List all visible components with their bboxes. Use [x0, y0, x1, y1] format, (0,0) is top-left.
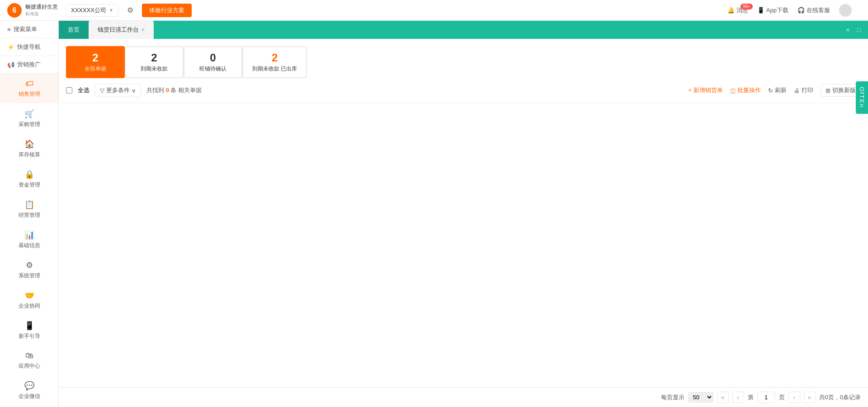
filter-arrow-icon: ∨: [132, 87, 136, 94]
stat-card-pending[interactable]: 0 旺铺待确认: [184, 46, 242, 78]
next-page-button[interactable]: ›: [788, 392, 800, 403]
sidebar-quick-nav[interactable]: ⚡ 快捷导航: [0, 38, 58, 56]
sidebar-item-basic[interactable]: 📊 基础信息: [0, 225, 58, 255]
download-icon: 📱: [757, 7, 764, 14]
filter-button[interactable]: ▽ 更多条件 ∨: [95, 84, 141, 97]
tab-workbench-label: 钱货日清工作台: [98, 26, 139, 34]
tab-expand-btns: × □: [844, 24, 868, 35]
stat-card-overdue[interactable]: 2 到期未收款: [125, 46, 184, 78]
sidebar-item-purchase[interactable]: 🛒 采购管理: [0, 103, 58, 134]
sidebar-item-label: 应用中心: [19, 362, 40, 370]
online-service-button[interactable]: 🎧 在线客服: [797, 6, 830, 14]
last-page-icon: »: [808, 394, 811, 401]
gear-icon: ⚙: [127, 6, 133, 14]
sidebar-item-label: 企业微信: [19, 393, 40, 400]
search-menu-label: 搜索菜单: [14, 25, 37, 33]
switch-icon: ⊞: [826, 87, 830, 94]
messages-button[interactable]: 🔔 消息 99+: [727, 6, 748, 14]
stat-card-all[interactable]: 2 全部单据: [66, 46, 125, 78]
online-service-label: 在线客服: [807, 6, 830, 14]
top-header: 6 畅捷通好生意 标准版 XXXXXX公司 ▼ ⚙ 体验行业方案 🔔 消息 99…: [0, 0, 868, 21]
sidebar-item-operation[interactable]: 📋 经营管理: [0, 194, 58, 225]
refresh-button[interactable]: ↻ 刷新: [768, 86, 787, 94]
stat-label-all: 全部单据: [76, 65, 115, 73]
footer-pagination: 每页显示 50 10 20 100 « ‹ 第 页: [59, 387, 868, 407]
quick-nav-label: 快捷导航: [17, 43, 41, 51]
quick-nav-icon: ⚡: [7, 44, 14, 51]
sidebar-item-label: 库存核算: [19, 151, 40, 159]
tab-workbench[interactable]: 钱货日清工作台 ×: [89, 21, 154, 39]
sidebar-item-sales[interactable]: 🏷 销售管理: [0, 74, 58, 103]
batch-label: 批量操作: [737, 86, 761, 94]
guide-icon: 📱: [24, 321, 34, 331]
sidebar-item-apps[interactable]: 🛍 应用中心: [0, 346, 58, 375]
company-name: XXXXXX公司: [71, 6, 106, 14]
page-size-label: 每页显示: [661, 393, 684, 402]
new-sales-order-button[interactable]: + 新增销货单: [689, 86, 723, 94]
tab-bar: 首页 钱货日清工作台 × × □: [59, 21, 868, 39]
search-menu-icon: ≡: [7, 26, 11, 33]
sidebar-item-inventory[interactable]: 🏠 库存核算: [0, 134, 58, 164]
main-layout: ≡ 搜索菜单 ⚡ 快捷导航 📢 营销推广 🏷 销售管理 🛒 采购管理 🏠 库存核…: [0, 21, 868, 407]
purchase-icon: 🛒: [24, 109, 34, 119]
tab-home-label: 首页: [68, 26, 80, 34]
total-records: 共0页，0条记录: [819, 393, 861, 402]
tab-home[interactable]: 首页: [59, 21, 89, 39]
stat-card-overdue-shipped[interactable]: 2 到期未收款 已出库: [242, 46, 307, 78]
operation-icon: 📋: [24, 200, 34, 210]
next-page-icon: ›: [793, 394, 795, 401]
stats-row: 2 全部单据 2 到期未收款 0 旺铺待确认 2 到期未收款 已出库: [59, 39, 868, 78]
table-area: [59, 103, 868, 387]
app-download-label: App下载: [766, 6, 788, 14]
switch-version-button[interactable]: ⊞ 切换新版: [821, 84, 861, 97]
page-number-input[interactable]: [757, 392, 775, 403]
often-tag[interactable]: OfTEn: [856, 81, 868, 114]
batch-operations-button[interactable]: ◫ 批量操作: [730, 86, 761, 94]
sidebar-item-label: 新手引导: [19, 332, 40, 340]
close-tab-icon[interactable]: ×: [142, 27, 145, 33]
batch-icon: ◫: [730, 87, 736, 94]
sidebar-item-guide[interactable]: 📱 新手引导: [0, 315, 58, 346]
sidebar-marketing[interactable]: 📢 营销推广: [0, 56, 58, 74]
print-icon: 🖨: [794, 87, 800, 94]
first-page-button[interactable]: «: [717, 392, 729, 403]
cooperation-icon: 🤝: [24, 290, 34, 300]
apps-icon: 🛍: [25, 351, 33, 360]
logo-text: 畅捷通好生意 标准版: [25, 4, 58, 17]
inner-content: 2 全部单据 2 到期未收款 0 旺铺待确认 2 到期未收款 已出库: [59, 39, 868, 407]
switch-label: 切换新版: [832, 86, 856, 94]
sidebar-search-menu[interactable]: ≡ 搜索菜单: [0, 21, 58, 38]
refresh-label: 刷新: [775, 86, 787, 94]
found-count: 0: [166, 87, 169, 94]
toolbar: 全选 ▽ 更多条件 ∨ 共找到 0 条 相关单据 + 新增销货单: [59, 78, 868, 103]
trial-button[interactable]: 体验行业方案: [142, 4, 192, 17]
last-page-button[interactable]: »: [804, 392, 816, 403]
print-button[interactable]: 🖨 打印: [794, 86, 813, 94]
sidebar-item-wechat[interactable]: 💬 企业微信: [0, 375, 58, 406]
sidebar-item-finance[interactable]: 🔒 资金管理: [0, 164, 58, 194]
expand-window-icon[interactable]: □: [855, 24, 863, 35]
company-selector[interactable]: XXXXXX公司 ▼: [66, 4, 118, 17]
page-size-select[interactable]: 50 10 20 100: [688, 392, 713, 402]
avatar[interactable]: [839, 4, 852, 17]
finance-icon: 🔒: [24, 169, 34, 179]
stat-count-pending: 0: [193, 51, 232, 64]
message-badge: 99+: [741, 4, 753, 9]
sidebar-item-label: 基础信息: [19, 242, 40, 249]
select-all-checkbox[interactable]: [66, 87, 72, 94]
close-window-icon[interactable]: ×: [844, 24, 851, 35]
sidebar-item-label: 采购管理: [19, 121, 40, 128]
sidebar-item-label: 系统管理: [19, 272, 40, 280]
basic-icon: 📊: [24, 230, 34, 240]
page-content: 2 全部单据 2 到期未收款 0 旺铺待确认 2 到期未收款 已出库: [59, 39, 868, 407]
stat-count-overdue-shipped: 2: [252, 51, 297, 64]
prev-page-button[interactable]: ‹: [732, 392, 744, 403]
settings-button[interactable]: ⚙: [123, 3, 137, 18]
sidebar-item-cooperation[interactable]: 🤝 企业协同: [0, 285, 58, 315]
filter-label: 更多条件: [106, 86, 130, 94]
wechat-icon: 💬: [24, 381, 34, 391]
sidebar-item-label: 经营管理: [19, 211, 40, 219]
sidebar-item-system[interactable]: ⚙ 系统管理: [0, 255, 58, 285]
app-download-button[interactable]: 📱 App下载: [757, 6, 788, 14]
stat-label-pending: 旺铺待确认: [193, 65, 232, 73]
